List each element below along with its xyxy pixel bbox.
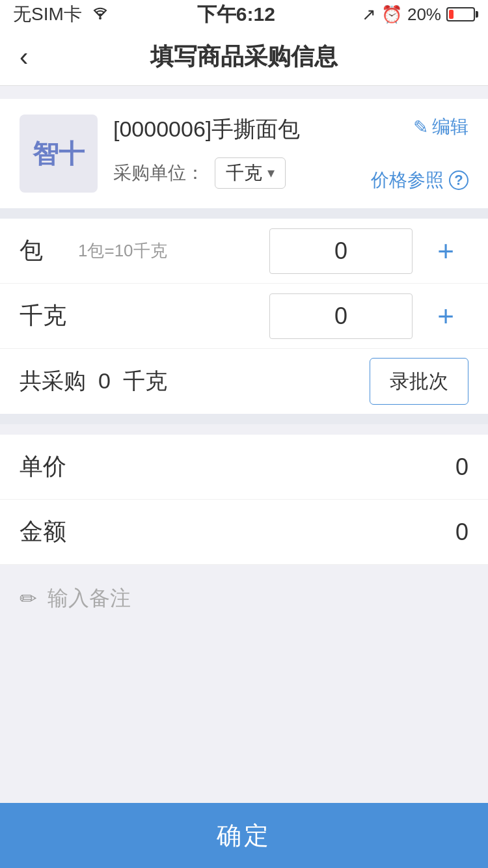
bag-label: 包 (20, 235, 72, 267)
price-ref-button[interactable]: 价格参照 ? (371, 168, 468, 193)
unit-select[interactable]: 千克 ▾ (215, 157, 286, 189)
quantity-section: 包 1包=10千克 + 千克 + (0, 219, 488, 349)
location-icon: ↗ (362, 5, 376, 25)
confirm-button[interactable]: 确定 (0, 803, 488, 868)
product-card: 智十 [0000006]手撕面包 采购单位： 千克 ▾ ✎ 编辑 价格参照 ? (0, 99, 488, 208)
product-logo: 智十 (33, 136, 85, 172)
bag-quantity-row: 包 1包=10千克 + (0, 219, 488, 284)
amount-value: 0 (455, 519, 468, 546)
edit-icon: ✎ (413, 116, 428, 138)
svg-point-0 (99, 17, 102, 20)
total-row: 共采购 0 千克 录批次 (0, 349, 488, 414)
total-prefix: 共采购 (20, 368, 86, 393)
bag-quantity-input[interactable] (269, 228, 413, 274)
chevron-down-icon: ▾ (267, 165, 275, 182)
price-ref-label: 价格参照 (371, 168, 444, 193)
page-title: 填写商品采购信息 (150, 41, 338, 73)
kg-quantity-row: 千克 + (0, 284, 488, 349)
alarm-icon: ⏰ (381, 5, 402, 25)
info-icon: ? (449, 170, 468, 190)
bag-plus-button[interactable]: + (423, 228, 468, 274)
product-name: [0000006]手撕面包 (113, 115, 355, 144)
kg-input-wrap: + (72, 293, 468, 339)
bag-input-wrap: + (167, 228, 468, 274)
product-unit-row: 采购单位： 千克 ▾ (113, 157, 355, 189)
unit-price-label: 单价 (20, 451, 66, 483)
battery-percent: 20% (407, 5, 441, 25)
section-divider-1 (0, 208, 488, 219)
top-divider (0, 86, 488, 99)
total-text: 共采购 0 千克 (20, 366, 167, 396)
amount-row: 金额 0 (0, 500, 488, 565)
total-unit: 千克 (123, 368, 167, 393)
confirm-label: 确定 (217, 819, 271, 852)
battery-icon (446, 7, 475, 21)
remark-placeholder: 输入备注 (47, 584, 131, 613)
nav-bar: ‹ 填写商品采购信息 (0, 29, 488, 86)
total-amount: 0 (98, 368, 111, 393)
back-button[interactable]: ‹ (20, 36, 41, 78)
section-divider-2 (0, 414, 488, 424)
kg-quantity-input[interactable] (269, 293, 413, 339)
edit-button[interactable]: ✎ 编辑 (413, 115, 468, 139)
pencil-icon: ✏ (20, 586, 37, 611)
status-left: 无SIM卡 (13, 2, 111, 27)
edit-label: 编辑 (432, 115, 468, 139)
batch-button[interactable]: 录批次 (370, 358, 468, 405)
unit-label: 采购单位： (113, 161, 204, 185)
unit-price-value: 0 (455, 454, 468, 481)
amount-label: 金额 (20, 516, 66, 548)
kg-plus-button[interactable]: + (423, 293, 468, 339)
kg-label: 千克 (20, 300, 72, 332)
bag-sublabel: 1包=10千克 (78, 239, 167, 262)
price-section: 单价 0 金额 0 (0, 435, 488, 565)
status-bar: 无SIM卡 下午6:12 ↗ ⏰ 20% (0, 0, 488, 29)
product-image: 智十 (20, 115, 98, 193)
unit-value: 千克 (226, 161, 262, 185)
remark-section[interactable]: ✏ 输入备注 (0, 565, 488, 632)
status-right: ↗ ⏰ 20% (362, 5, 475, 25)
carrier-label: 无SIM卡 (13, 2, 82, 27)
product-right: ✎ 编辑 价格参照 ? (371, 115, 468, 193)
status-time: 下午6:12 (197, 1, 275, 28)
product-info: [0000006]手撕面包 采购单位： 千克 ▾ (113, 115, 355, 189)
unit-price-row: 单价 0 (0, 435, 488, 500)
wifi-icon (90, 4, 111, 25)
